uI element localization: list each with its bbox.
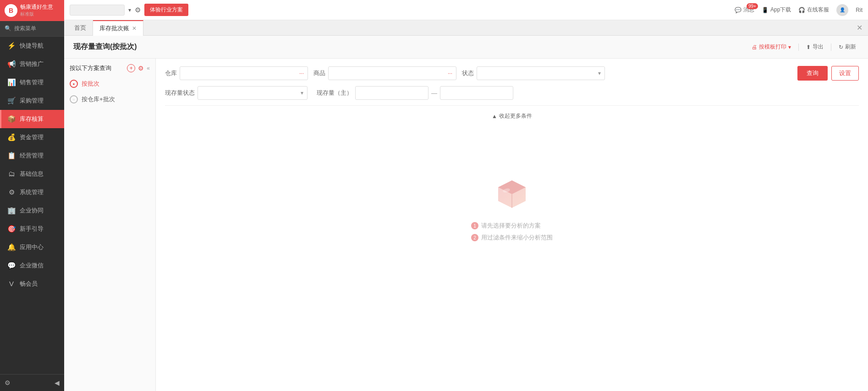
app-download-btn[interactable]: 📱 App下载 [762,6,791,14]
settings-icon[interactable]: ⚙ [5,379,11,386]
sidebar-item-label: 采购管理 [20,97,44,105]
avatar[interactable]: 👤 [836,4,848,16]
main-area: ▾ ⚙ 体验行业方案 💬 消息 99+ 📱 App下载 🎧 在线客服 👤 Rit… [64,0,868,391]
stock-status-filter: 现存量状态 ▾ [165,86,308,100]
tab-home[interactable]: 首页 [68,20,93,36]
service-btn[interactable]: 🎧 在线客服 [798,6,829,14]
warehouse-more-btn[interactable]: ··· [299,70,304,76]
sidebar-item-label: 应用中心 [20,243,44,251]
message-icon: 💬 [735,7,742,13]
collapse-sidebar-icon[interactable]: ◀ [55,379,60,386]
sidebar-header: B 畅康通好生意 标准版 [0,0,64,21]
experience-btn[interactable]: 体验行业方案 [144,4,188,16]
export-icon: ⬆ [806,44,811,50]
plan-label: 按批次 [82,80,99,88]
print-icon: 🖨 [752,44,757,50]
search-menu-label: 搜索菜单 [14,25,36,33]
message-btn[interactable]: 💬 消息 99+ [735,6,754,14]
sidebar-item-label: 库存核算 [20,115,44,123]
stock-qty-min-input[interactable] [355,86,429,100]
app-icon: 📱 [762,7,769,13]
plan-active-icon: ● [70,80,78,88]
sidebar-item-label: 企业微信 [20,261,44,270]
page-title: 现存量查询(按批次) [73,42,137,52]
sidebar-item-shortcut[interactable]: ⚡ 快捷导航 [0,37,64,55]
empty-icon [489,167,535,212]
collapse-btn[interactable]: ▲ 收起更多条件 [165,109,859,123]
empty-state: 1 请先选择要分析的方案 2 用过滤条件来缩小分析范围 [165,130,859,282]
sidebar-item-apps[interactable]: 🔔 应用中心 [0,238,64,256]
right-panel: 仓库 ··· 商品 ··· 状态 [156,59,868,391]
panel-collapse-btn[interactable]: « [147,65,150,71]
empty-tip-1: 1 请先选择要分析的方案 [471,222,553,230]
marketing-icon: 📢 [7,60,16,68]
sidebar-item-wechat[interactable]: 💬 企业微信 [0,256,64,275]
left-panel: 按以下方案查询 + ⚙ « ● 按批次 ○ 按仓库+批次 [64,59,156,391]
sidebar-item-purchase[interactable]: 🛒 采购管理 [0,92,64,110]
product-more-btn[interactable]: ··· [448,70,452,76]
sidebar-item-sales[interactable]: 📊 销售管理 [0,73,64,92]
tab-close-all-icon[interactable]: ✕ [851,23,868,32]
system-icon: ⚙ [7,188,16,196]
search-input[interactable] [70,5,125,16]
sidebar-item-guide[interactable]: 🎯 新手引导 [0,220,64,238]
sidebar-item-enterprise[interactable]: 🏢 企业协同 [0,201,64,220]
sidebar-footer: ⚙ ◀ [0,374,64,391]
finance-icon: 💰 [7,133,16,141]
panel-header: 按以下方案查询 + ⚙ « [64,64,155,76]
sidebar-item-marketing[interactable]: 📢 营销推广 [0,55,64,73]
panel-header-label: 按以下方案查询 [70,64,111,72]
service-label: 在线客服 [807,6,829,14]
search-menu[interactable]: 🔍 搜索菜单 [0,21,64,37]
collapse-row: ▲ 收起更多条件 [165,105,859,123]
settings-btn[interactable]: 设置 [831,66,859,81]
plan-settings-btn[interactable]: ⚙ [138,65,144,72]
tab-inventory-batch[interactable]: 库存批次账 ✕ [93,20,143,36]
query-btn[interactable]: 查询 [797,66,828,81]
topbar-gear-icon[interactable]: ⚙ [135,6,141,14]
print-label: 按模板打印 [759,43,786,51]
print-dropdown-icon[interactable]: ▾ [788,44,791,50]
stock-status-select[interactable]: ▾ [198,86,308,100]
status-select[interactable]: ▾ [477,66,605,80]
add-icon: + [130,65,133,71]
tip-text-2: 用过滤条件来缩小分析范围 [481,234,553,242]
plan-item-by-batch[interactable]: ● 按批次 [64,76,155,92]
divider2 [831,43,831,51]
app-title: 畅康通好生意 [20,4,53,11]
message-badge: 99+ [747,3,758,9]
warehouse-input[interactable]: ··· [180,66,308,80]
plan-item-by-warehouse-batch[interactable]: ○ 按仓库+批次 [64,92,155,107]
sidebar-item-member[interactable]: V 畅会员 [0,275,64,293]
divider1 [798,43,799,51]
export-btn[interactable]: ⬆ 导出 [803,41,826,53]
print-btn[interactable]: 🖨 按模板打印 ▾ [749,41,794,53]
sidebar-item-basic[interactable]: 🗂 基础信息 [0,165,64,183]
stock-status-dropdown-icon: ▾ [301,90,303,96]
status-dropdown-icon: ▾ [598,70,601,76]
refresh-btn[interactable]: ↻ 刷新 [836,41,859,53]
sidebar-item-system[interactable]: ⚙ 系统管理 [0,183,64,201]
sidebar-nav: ⚡ 快捷导航 📢 营销推广 📊 销售管理 🛒 采购管理 📦 库存核算 💰 资金管… [0,37,64,374]
stock-qty-filter: 现存量（主） — [317,86,513,100]
purchase-icon: 🛒 [7,97,16,105]
username[interactable]: Rit [856,7,863,13]
stock-status-label: 现存量状态 [165,89,195,97]
plan-label: 按仓库+批次 [82,95,115,103]
add-plan-btn[interactable]: + [127,64,135,72]
sidebar-item-label: 营销推广 [20,60,44,68]
stock-qty-max-input[interactable] [440,86,513,100]
product-input[interactable]: ··· [328,66,456,80]
topbar-right: 💬 消息 99+ 📱 App下载 🎧 在线客服 👤 Rit [735,4,863,16]
sidebar-item-inventory[interactable]: 📦 库存核算 [0,110,64,128]
sidebar: B 畅康通好生意 标准版 🔍 搜索菜单 ⚡ 快捷导航 📢 营销推广 📊 销售管理… [0,0,64,391]
basic-icon: 🗂 [7,170,16,178]
refresh-icon: ↻ [839,44,843,50]
stock-qty-label: 现存量（主） [317,89,352,97]
sidebar-item-operation[interactable]: 📋 经营管理 [0,147,64,165]
tab-close-icon[interactable]: ✕ [132,25,137,32]
app-logo: B [5,4,17,17]
sidebar-item-label: 企业协同 [20,206,44,215]
topbar-dropdown-icon[interactable]: ▾ [128,7,131,13]
sidebar-item-finance[interactable]: 💰 资金管理 [0,128,64,147]
